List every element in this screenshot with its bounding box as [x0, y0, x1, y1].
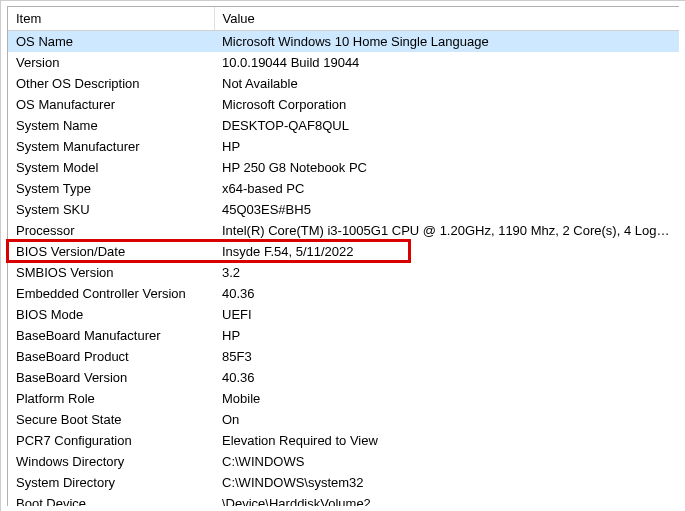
cell-item: Boot Device [8, 493, 214, 506]
table-row[interactable]: Embedded Controller Version40.36 [8, 283, 679, 304]
cell-item: BIOS Mode [8, 304, 214, 325]
system-info-panel: Item Value OS NameMicrosoft Windows 10 H… [7, 6, 679, 506]
cell-value: C:\WINDOWS [214, 451, 679, 472]
table-row[interactable]: BaseBoard Product85F3 [8, 346, 679, 367]
cell-value: Not Available [214, 73, 679, 94]
cell-item: BaseBoard Version [8, 367, 214, 388]
cell-item: PCR7 Configuration [8, 430, 214, 451]
cell-value: HP [214, 325, 679, 346]
cell-value: On [214, 409, 679, 430]
cell-value: 85F3 [214, 346, 679, 367]
table-row[interactable]: System Typex64-based PC [8, 178, 679, 199]
table-row[interactable]: System ModelHP 250 G8 Notebook PC [8, 157, 679, 178]
table-row[interactable]: BIOS ModeUEFI [8, 304, 679, 325]
cell-value: 45Q03ES#BH5 [214, 199, 679, 220]
table-row[interactable]: BaseBoard Version40.36 [8, 367, 679, 388]
cell-value: Mobile [214, 388, 679, 409]
cell-item: BaseBoard Manufacturer [8, 325, 214, 346]
table-row[interactable]: System SKU45Q03ES#BH5 [8, 199, 679, 220]
cell-value: C:\WINDOWS\system32 [214, 472, 679, 493]
cell-value: UEFI [214, 304, 679, 325]
table-row[interactable]: OS NameMicrosoft Windows 10 Home Single … [8, 31, 679, 53]
system-info-table: Item Value OS NameMicrosoft Windows 10 H… [8, 7, 679, 506]
table-row[interactable]: BaseBoard ManufacturerHP [8, 325, 679, 346]
cell-value: 40.36 [214, 283, 679, 304]
cell-value: Intel(R) Core(TM) i3-1005G1 CPU @ 1.20GH… [214, 220, 679, 241]
cell-item: SMBIOS Version [8, 262, 214, 283]
column-header-value[interactable]: Value [214, 7, 679, 31]
cell-item: Embedded Controller Version [8, 283, 214, 304]
table-row[interactable]: System NameDESKTOP-QAF8QUL [8, 115, 679, 136]
table-row[interactable]: OS ManufacturerMicrosoft Corporation [8, 94, 679, 115]
cell-value: Microsoft Corporation [214, 94, 679, 115]
cell-value: HP [214, 136, 679, 157]
cell-value: Microsoft Windows 10 Home Single Languag… [214, 31, 679, 53]
column-header-item[interactable]: Item [8, 7, 214, 31]
cell-item: System Directory [8, 472, 214, 493]
table-row[interactable]: ProcessorIntel(R) Core(TM) i3-1005G1 CPU… [8, 220, 679, 241]
cell-value: Insyde F.54, 5/11/2022 [214, 241, 679, 262]
cell-item: Processor [8, 220, 214, 241]
table-row[interactable]: Platform RoleMobile [8, 388, 679, 409]
table-row[interactable]: Secure Boot StateOn [8, 409, 679, 430]
cell-item: OS Manufacturer [8, 94, 214, 115]
cell-item: Version [8, 52, 214, 73]
cell-item: Windows Directory [8, 451, 214, 472]
table-row[interactable]: System ManufacturerHP [8, 136, 679, 157]
cell-value: x64-based PC [214, 178, 679, 199]
cell-item: System Manufacturer [8, 136, 214, 157]
cell-item: Secure Boot State [8, 409, 214, 430]
cell-value: HP 250 G8 Notebook PC [214, 157, 679, 178]
cell-value: \Device\HarddiskVolume2 [214, 493, 679, 506]
cell-value: DESKTOP-QAF8QUL [214, 115, 679, 136]
cell-value: 10.0.19044 Build 19044 [214, 52, 679, 73]
cell-item: System Model [8, 157, 214, 178]
cell-item: OS Name [8, 31, 214, 53]
cell-value: 3.2 [214, 262, 679, 283]
table-row[interactable]: PCR7 ConfigurationElevation Required to … [8, 430, 679, 451]
table-row[interactable]: System DirectoryC:\WINDOWS\system32 [8, 472, 679, 493]
table-row[interactable]: Other OS DescriptionNot Available [8, 73, 679, 94]
table-row[interactable]: Windows DirectoryC:\WINDOWS [8, 451, 679, 472]
cell-item: System Name [8, 115, 214, 136]
table-row[interactable]: Version10.0.19044 Build 19044 [8, 52, 679, 73]
cell-value: Elevation Required to View [214, 430, 679, 451]
cell-item: Platform Role [8, 388, 214, 409]
cell-item: System SKU [8, 199, 214, 220]
cell-value: 40.36 [214, 367, 679, 388]
cell-item: Other OS Description [8, 73, 214, 94]
table-row[interactable]: Boot Device\Device\HarddiskVolume2 [8, 493, 679, 506]
cell-item: BaseBoard Product [8, 346, 214, 367]
table-row[interactable]: BIOS Version/DateInsyde F.54, 5/11/2022 [8, 241, 679, 262]
cell-item: System Type [8, 178, 214, 199]
cell-item: BIOS Version/Date [8, 241, 214, 262]
table-row[interactable]: SMBIOS Version3.2 [8, 262, 679, 283]
